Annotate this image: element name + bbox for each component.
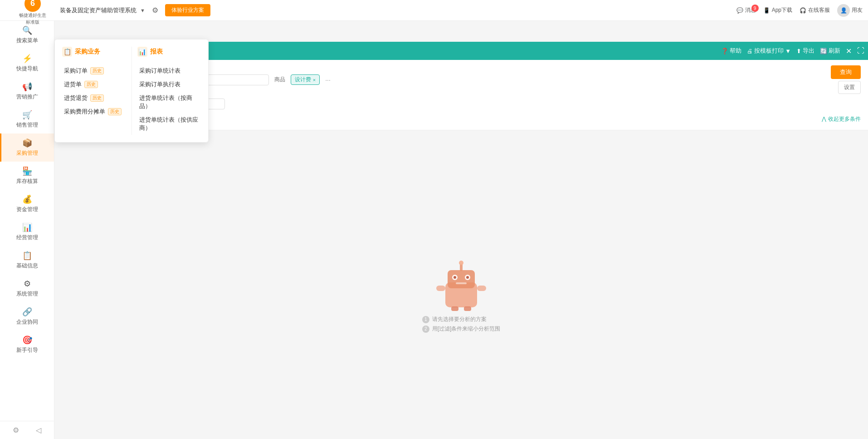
purchase-order-label: 采购订单 [64,67,88,75]
dropdown-divider [132,47,132,135]
dropdown-col-purchase: 📋 采购业务 采购订单 历史 进货单 历史 进货退货 历史 采购费用分摊单 历史 [62,47,126,135]
dropdown-item-goods-stats-supplier[interactable]: 进货单统计表（按供应商） [137,113,201,135]
goods-return-history-badge: 历史 [90,94,104,102]
goods-stats-supplier-label: 进货单统计表（按供应商） [139,116,200,132]
reports-col-icon: 📊 [137,47,147,57]
purchase-dropdown-menu: 📋 采购业务 采购订单 历史 进货单 历史 进货退货 历史 采购费用分摊单 历史 [54,39,209,143]
po-stats-label: 采购订单统计表 [139,67,180,75]
dropdown-item-po-exec[interactable]: 采购订单执行表 [137,78,201,91]
purchase-expense-label: 采购费用分摊单 [64,108,105,116]
po-exec-label: 采购订单执行表 [139,80,180,89]
dropdown-columns: 📋 采购业务 采购订单 历史 进货单 历史 进货退货 历史 采购费用分摊单 历史 [62,47,201,135]
purchase-expense-history-badge: 历史 [108,108,122,115]
purchase-col-icon: 📋 [62,47,72,57]
dropdown-item-purchase-order[interactable]: 采购订单 历史 [62,64,126,78]
dropdown-col-reports: 📊 报表 采购订单统计表 采购订单执行表 进货单统计表（按商品） 进货单统计表（… [137,47,201,135]
dropdown-col2-title: 报表 [150,48,163,56]
dropdown-col1-title: 采购业务 [75,48,100,56]
dropdown-item-purchase-expense[interactable]: 采购费用分摊单 历史 [62,105,126,118]
dropdown-item-goods-receipt[interactable]: 进货单 历史 [62,78,126,91]
goods-return-label: 进货退货 [64,94,88,102]
dropdown-item-goods-return[interactable]: 进货退货 历史 [62,91,126,105]
dropdown-item-goods-stats-product[interactable]: 进货单统计表（按商品） [137,91,201,113]
purchase-order-history-badge: 历史 [90,67,104,74]
dropdown-item-po-stats[interactable]: 采购订单统计表 [137,64,201,78]
goods-receipt-label: 进货单 [64,80,82,89]
goods-receipt-history-badge: 历史 [84,81,98,88]
dropdown-col1-header: 📋 采购业务 [62,47,126,59]
goods-stats-product-label: 进货单统计表（按商品） [139,94,200,110]
dropdown-col2-header: 📊 报表 [137,47,201,59]
